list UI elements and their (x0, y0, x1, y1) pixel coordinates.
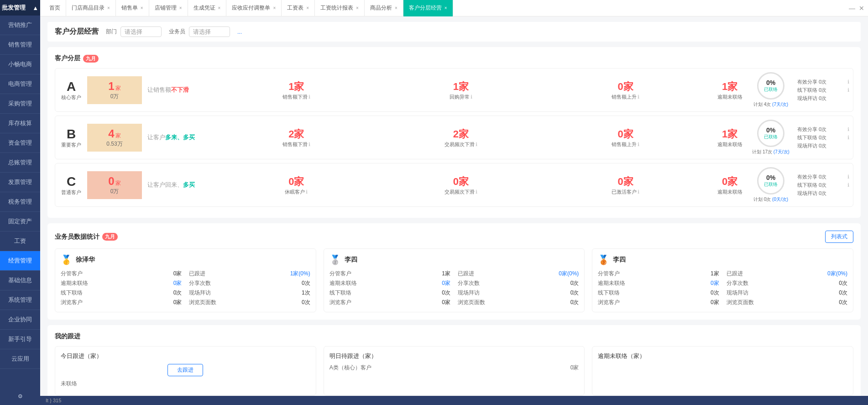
info-icon[interactable]: ℹ (306, 189, 308, 195)
tab-首页[interactable]: 首页 (44, 0, 66, 16)
info-icon[interactable]: ℹ (476, 142, 477, 147)
tab-工资统计报表[interactable]: 工资统计报表× (315, 0, 365, 16)
emp-stats-1: 分管客户 1家 已跟进 0家(0%) 逾期未联络 0家 分享次数 0次 (329, 270, 579, 306)
tab-close-icon[interactable]: × (444, 5, 447, 11)
sidebar-item-总账管理[interactable]: 总账管理 (0, 153, 40, 173)
info-icon[interactable]: ℹ (638, 94, 639, 100)
info-icon[interactable]: ℹ (847, 126, 849, 132)
info-icon[interactable]: ℹ (847, 174, 849, 180)
tab-销售单[interactable]: 销售单× (116, 0, 149, 16)
sidebar-item-税务管理[interactable]: 税务管理 (0, 192, 40, 212)
info-icon[interactable]: ℹ (847, 79, 849, 85)
metric-回购异常: 1家 回购异常 ℹ (443, 80, 479, 100)
emp-stat-right: 线下联络 0次 (61, 289, 182, 297)
tab-生成凭证[interactable]: 生成凭证× (188, 0, 227, 16)
emp-name-1: 李四 (345, 256, 357, 264)
info-icon[interactable]: ℹ (847, 87, 849, 93)
sidebar-item-基础信息[interactable]: 基础信息 (0, 271, 40, 290)
emp-stat-left: 分管客户 0家 (61, 270, 182, 278)
right-stats-A: 有效分享 0次 ℹ 线下联络 0次 ℹ 现场拜访 0次 (794, 75, 853, 105)
stat-现场拜访: 现场拜访 0次 (797, 190, 849, 197)
tab-工资表[interactable]: 工资表× (282, 0, 315, 16)
tab-close-icon[interactable]: × (395, 5, 397, 11)
tier-label-C: C 普通客户 (55, 169, 87, 201)
tab-close-icon[interactable]: × (273, 5, 276, 11)
tab-close-icon[interactable]: × (141, 5, 143, 11)
emp-stat-right: 浏览客户 0家 (598, 299, 719, 306)
dept-select[interactable]: 请选择 (120, 26, 162, 37)
tier-suggestion-C: 让客户回来、多买 (142, 177, 210, 193)
tab-客户分层经营[interactable]: 客户分层经营× (403, 0, 453, 16)
sidebar-item-销售管理[interactable]: 销售管理 (0, 35, 40, 55)
tab-label: 应收应付调整单 (232, 4, 270, 12)
info-icon[interactable]: ℹ (309, 142, 310, 147)
info-icon[interactable]: ℹ (847, 182, 849, 188)
tier-row-C: C 普通客户 0 家 0万 让客户回来、多买 0家 休眠客户 ℹ 0家 (55, 163, 853, 207)
window-close-icon[interactable]: ✕ (859, 5, 864, 12)
follow-card-title-1: 明日待跟进（家） (329, 352, 579, 360)
bottom-bar: It } 315 (40, 396, 868, 405)
emp-stat-right: 浏览客户 0家 (61, 299, 182, 306)
follow-btn-0[interactable]: 去跟进 (167, 364, 203, 376)
metric-销售额下滑: 1家 销售额下滑 ℹ (278, 80, 314, 100)
tab-close-icon[interactable]: × (306, 5, 309, 11)
sidebar-item-固定资产[interactable]: 固定资产 (0, 212, 40, 231)
tab-close-icon[interactable]: × (179, 5, 182, 11)
tab-店铺管理[interactable]: 店铺管理× (149, 0, 188, 16)
sidebar-item-小畅电商[interactable]: 小畅电商 (0, 55, 40, 74)
info-icon[interactable]: ℹ (476, 189, 477, 195)
follow-title: 我的跟进 (55, 332, 853, 341)
sidebar-item-营销推广[interactable]: 营销推广 (0, 16, 40, 35)
emp-stat-right: 现场拜访 0次 (727, 289, 847, 297)
sidebar-item-发票管理[interactable]: 发票管理 (0, 173, 40, 192)
sidebar-item-工资[interactable]: 工资 (0, 231, 40, 251)
tab-close-icon[interactable]: × (107, 5, 110, 11)
emp-header-2: 🥉 李四 (598, 254, 847, 265)
info-icon[interactable]: ℹ (471, 94, 472, 100)
window-minimize-icon[interactable]: — (849, 5, 855, 12)
sidebar-settings[interactable]: ⚙ (0, 388, 40, 405)
tab-close-icon[interactable]: × (218, 5, 221, 11)
emp-stat-left: 已跟进 1家(0%) (189, 270, 310, 278)
sidebar-item-云应用[interactable]: 云应用 (0, 349, 40, 369)
info-icon[interactable]: ℹ (847, 135, 849, 141)
follow-section: 我的跟进 今日跟进（家）去跟进未联络明日待跟进（家） A类（核心）客户 0家 逾… (47, 325, 861, 396)
sidebar-item-电商管理[interactable]: 电商管理 (0, 74, 40, 94)
more-filter-btn[interactable]: ... (237, 29, 242, 35)
tab-应收应付调整单[interactable]: 应收应付调整单× (226, 0, 282, 16)
sidebar-item-企业协同[interactable]: 企业协同 (0, 310, 40, 330)
sidebar-item-经营管理[interactable]: 经营管理 (0, 251, 40, 271)
sidebar-item-系统管理[interactable]: 系统管理 (0, 290, 40, 310)
emp-stat-left: 分享次数 0次 (458, 279, 579, 287)
sidebar-item-资金管理[interactable]: 资金管理 (0, 133, 40, 153)
emp-name-2: 李四 (613, 256, 626, 264)
tier-count-B: 4 家 0.53万 (87, 124, 142, 152)
info-icon[interactable]: ℹ (309, 94, 310, 100)
sidebar-top[interactable]: 批发管理 ▲ (0, 0, 40, 16)
salesman-select[interactable]: 请选择 (189, 26, 230, 37)
tab-close-icon[interactable]: × (356, 5, 359, 11)
biz-title: 业务员数据统计 九月 (55, 233, 118, 241)
tier-count-A: 1 家 0万 (87, 76, 142, 104)
contact-circle-A: 0% 已联络 计划 4次 (7天/次) (748, 68, 794, 111)
tab-商品分析[interactable]: 商品分析× (365, 0, 403, 16)
metric-销售额下滑: 2家 销售额下滑 ℹ (278, 127, 314, 148)
follow-card-2: 逾期未联络（家） (592, 346, 853, 395)
sidebar-item-采购管理[interactable]: 采购管理 (0, 94, 40, 114)
stat-现场拜访: 现场拜访 0次 (797, 95, 849, 102)
follow-card-title-2: 逾期未联络（家） (598, 352, 847, 360)
tier-label-A: A 核心客户 (55, 74, 87, 106)
customer-section: 客户分层 九月 A 核心客户 1 家 0万 让销售额不下滑 1家 销售额下滑 ℹ (47, 47, 861, 218)
tier-metrics-B: 2家 销售额下滑 ℹ 2家 交易频次下滑 ℹ 0家 销售额上升 ℹ (210, 124, 711, 152)
emp-stat-right: 浏览页面数 0次 (458, 299, 579, 306)
sidebar-item-新手引导[interactable]: 新手引导 (0, 330, 40, 349)
sidebar-item-库存核算[interactable]: 库存核算 (0, 114, 40, 133)
tab-label: 商品分析 (370, 4, 392, 12)
sidebar-collapse-icon[interactable]: ▲ (32, 5, 38, 11)
emp-stats-2: 分管客户 1家 已跟进 0家(0%) 逾期未联络 0家 分享次数 0次 (598, 270, 847, 306)
list-view-btn[interactable]: 列表式 (825, 231, 853, 243)
info-icon[interactable]: ℹ (638, 142, 639, 147)
page-header: 客户分层经营 部门 请选择 业务员 请选择 ... (47, 22, 861, 42)
tab-门店商品目录[interactable]: 门店商品目录× (66, 0, 116, 16)
info-icon[interactable]: ℹ (638, 189, 639, 195)
